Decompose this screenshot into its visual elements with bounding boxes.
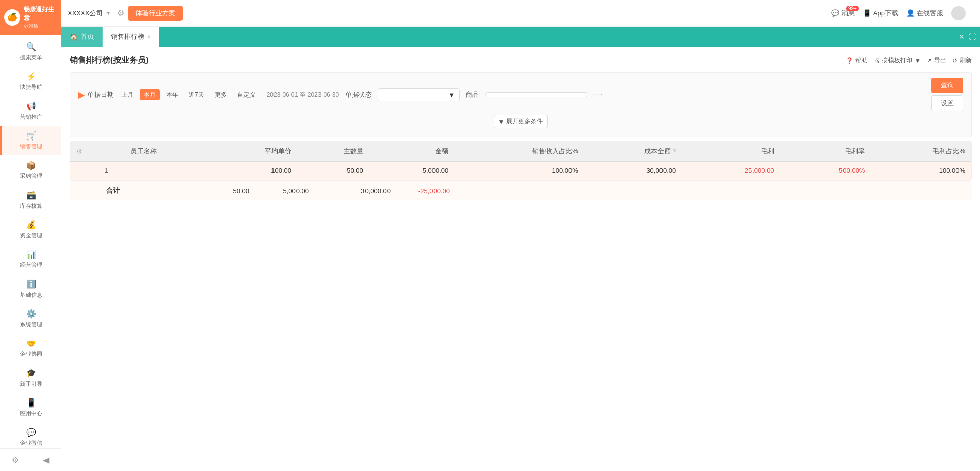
sidebar-item-label: 资金管理	[20, 232, 42, 239]
sidebar-item-label: 库存核算	[20, 202, 42, 210]
sidebar-item-inventory[interactable]: 🗃️ 库存核算	[0, 185, 61, 215]
sidebar-item-search[interactable]: 🔍 搜索菜单	[0, 37, 61, 66]
date-tab-thismonth[interactable]: 本月	[140, 89, 160, 100]
guide-icon: 🎓	[26, 368, 36, 378]
help-link[interactable]: ❓ 帮助	[846, 56, 868, 65]
tab-close-icon[interactable]: ×	[147, 33, 151, 40]
management-icon: 📊	[26, 250, 36, 259]
collab-icon: 🤝	[26, 339, 36, 348]
trial-button[interactable]: 体验行业方案	[128, 6, 183, 21]
sidebar-item-sales[interactable]: 🛒 销售管理	[0, 126, 61, 155]
sidebar-item-label: 营销推广	[20, 113, 42, 121]
date-tab-7days[interactable]: 近7天	[185, 89, 209, 100]
refresh-label: 刷新	[960, 56, 972, 65]
tab-active-label: 销售排行榜	[111, 32, 144, 41]
sidebar-item-system[interactable]: ⚙️ 系统管理	[0, 304, 61, 333]
filter-bar: ▶ 单据日期 上月 本月 本年 近7天 更多 自定义 2023-06-01 至 …	[70, 72, 972, 137]
expand-label: 展开更多条件	[506, 117, 543, 126]
refresh-button[interactable]: ↺ 刷新	[952, 56, 972, 65]
date-tab-custom[interactable]: 自定义	[233, 89, 260, 100]
online-service-button[interactable]: 👤 在线客服	[906, 9, 943, 18]
tabbar: 🏠 首页 销售排行榜 × ✕ ⛶	[61, 27, 980, 47]
export-button[interactable]: ↗ 导出	[927, 56, 946, 65]
app-label: App下载	[873, 9, 898, 18]
sidebar-item-guide[interactable]: 🎓 新手引导	[0, 363, 61, 393]
sidebar-nav: 🔍 搜索菜单 ⚡ 快捷导航 📢 营销推广 🛒 销售管理 📦 采购管理 🗃️ 库存…	[0, 35, 61, 448]
sidebar-item-label: 搜索菜单	[20, 54, 42, 61]
refresh-icon: ↺	[952, 57, 958, 64]
page-header: 销售排行榜(按业务员) ❓ 帮助 🖨 按模板打印 ▼ ↗ 导出	[70, 55, 972, 66]
filter-row-1: ▶ 单据日期 上月 本月 本年 近7天 更多 自定义 2023-06-01 至 …	[78, 78, 963, 111]
topbar-right: 💬 消息 99+ 📱 App下载 👤 在线客服	[831, 6, 974, 20]
settings-button[interactable]: 设置	[931, 95, 963, 111]
sidebar-item-collab[interactable]: 🤝 企业协同	[0, 333, 61, 363]
footer-label: 合计	[106, 186, 168, 195]
logo-icon: 🍊	[4, 9, 20, 26]
export-icon: ↗	[927, 57, 932, 64]
date-tab-lastmonth[interactable]: 上月	[117, 89, 138, 100]
td-avg-price: 100.00	[211, 162, 298, 180]
th-settings[interactable]: ⚙	[70, 142, 88, 162]
sidebar-item-label: 应用中心	[20, 410, 42, 417]
th-rank	[88, 142, 124, 162]
status-select-arrow-icon: ▼	[448, 91, 455, 99]
app-icon: 📱	[863, 9, 871, 17]
app-version: 标准版	[24, 23, 57, 30]
sidebar-item-label: 快捷导航	[20, 83, 42, 91]
app-download-button[interactable]: 📱 App下载	[863, 9, 898, 18]
print-button[interactable]: 🖨 按模板打印 ▼	[874, 56, 921, 65]
tab-sales-ranking[interactable]: 销售排行榜 ×	[103, 27, 159, 47]
sidebar-item-purchase[interactable]: 📦 采购管理	[0, 155, 61, 185]
sidebar-item-wechat[interactable]: 💬 企业微信	[0, 422, 61, 448]
print-label: 按模板打印	[882, 56, 913, 65]
sidebar-item-label: 经营管理	[20, 261, 42, 269]
company-selector[interactable]: XXXXX公司 ▼	[67, 9, 111, 18]
service-label: 在线客服	[917, 9, 943, 18]
tab-home[interactable]: 🏠 首页	[61, 27, 103, 47]
sidebar-item-marketing[interactable]: 📢 营销推广	[0, 96, 61, 126]
date-tab-thisyear[interactable]: 本年	[162, 89, 183, 100]
sidebar-item-label: 新手引导	[20, 380, 42, 388]
td-sales-pct: 100.00%	[454, 162, 584, 180]
td-gross-rate: -500.00%	[781, 162, 872, 180]
user-avatar[interactable]	[951, 6, 966, 20]
sidebar-item-quicknav[interactable]: ⚡ 快捷导航	[0, 66, 61, 96]
status-select[interactable]: ▼	[378, 88, 460, 101]
wechat-icon: 💬	[26, 428, 36, 437]
topbar-settings-icon[interactable]: ⚙	[117, 8, 124, 18]
sidebar-item-label: 销售管理	[20, 143, 42, 150]
export-label: 导出	[934, 56, 946, 65]
expand-conditions-button[interactable]: ▼ 展开更多条件	[494, 115, 548, 128]
help-label: 帮助	[855, 56, 868, 65]
system-icon: ⚙️	[26, 309, 36, 319]
message-button[interactable]: 💬 消息 99+	[831, 9, 855, 18]
cost-help-icon[interactable]: ?	[673, 148, 676, 154]
goods-more-icon[interactable]: ···	[594, 90, 603, 99]
sidebar-item-apps[interactable]: 📱 应用中心	[0, 393, 61, 422]
ranking-table: ⚙ 员工名称 平均单价 主数量 金额 销售收入占比% 成本全额 ? 毛利 毛利率…	[70, 142, 971, 180]
table-row: 1 100.00 50.00 5,000.00 100.00% 30,000.0…	[70, 162, 971, 180]
sidebar-collapse-icon[interactable]: ◀	[41, 453, 51, 467]
tabbar-close-icon[interactable]: ✕	[959, 33, 965, 41]
date-tabs: 上月 本月 本年 近7天 更多 自定义	[117, 89, 260, 100]
tabbar-expand-icon[interactable]: ⛶	[969, 33, 976, 41]
inventory-icon: 🗃️	[26, 190, 36, 200]
date-range-display: 2023-06-01 至 2023-06-30	[267, 91, 339, 99]
sidebar-item-finance[interactable]: 💰 资金管理	[0, 215, 61, 244]
main-area: XXXXX公司 ▼ ⚙ 体验行业方案 💬 消息 99+ 📱 App下载 👤 在线…	[61, 0, 980, 471]
td-settings	[70, 162, 88, 180]
filter-collapse-icon[interactable]: ▶	[78, 90, 84, 100]
goods-select[interactable]	[485, 92, 587, 97]
th-name: 员工名称	[124, 142, 211, 162]
table-footer: 合计 50.00 5,000.00 30,000.00 -25,000.00	[70, 181, 972, 200]
date-tab-more[interactable]: 更多	[211, 89, 231, 100]
data-table: ⚙ 员工名称 平均单价 主数量 金额 销售收入占比% 成本全额 ? 毛利 毛利率…	[70, 141, 972, 181]
marketing-icon: 📢	[26, 101, 36, 111]
query-button[interactable]: 查询	[931, 78, 963, 93]
sidebar-item-basic[interactable]: ℹ️ 基础信息	[0, 274, 61, 304]
sidebar-settings-icon[interactable]: ⚙	[10, 453, 21, 467]
sidebar-item-management[interactable]: 📊 经营管理	[0, 244, 61, 274]
quicknav-icon: ⚡	[26, 72, 36, 81]
td-qty: 50.00	[298, 162, 370, 180]
th-gross: 毛利	[682, 142, 780, 162]
